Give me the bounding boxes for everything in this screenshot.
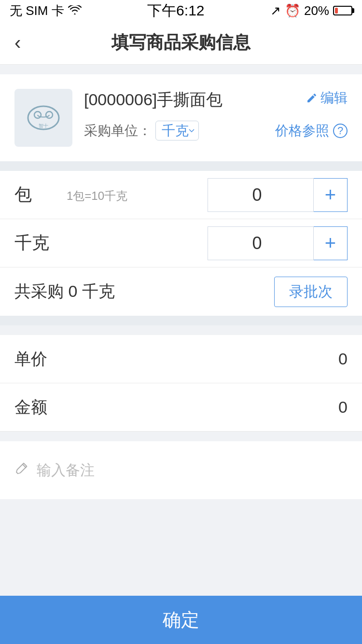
product-card: 智十 [0000006]手撕面包 编辑 采购单位： 千克 包 价格参照 ?	[0, 74, 362, 161]
battery-percent: 20%	[304, 3, 329, 18]
batch-record-button[interactable]: 录批次	[274, 277, 348, 307]
input-section: 包 1包=10千克 + 千克 +	[0, 171, 362, 267]
back-button[interactable]: ‹	[14, 32, 21, 54]
amount-label: 金额	[14, 396, 47, 419]
unit-price-label: 单价	[14, 348, 47, 370]
product-image: 智十	[14, 89, 72, 147]
battery-indicator	[333, 6, 352, 15]
amount-value: 0	[338, 398, 348, 417]
unit-price-row: 单价 0	[0, 335, 362, 383]
product-info: [0000006]手撕面包 编辑 采购单位： 千克 包 价格参照 ?	[84, 89, 348, 140]
remark-section[interactable]: 输入备注	[0, 441, 362, 499]
help-icon[interactable]: ?	[333, 124, 348, 138]
product-unit-row: 采购单位： 千克 包 价格参照 ?	[84, 121, 348, 140]
alarm-icon: ⏰	[285, 3, 300, 18]
divider-2	[0, 316, 362, 325]
kg-input-row: 千克 +	[0, 219, 362, 267]
sim-status: 无 SIM 卡	[10, 2, 64, 19]
summary-text: 共采购 0 千克	[14, 280, 115, 303]
price-ref-button[interactable]: 价格参照 ?	[275, 122, 348, 140]
unit-label: 采购单位：	[84, 122, 152, 140]
summary-unit: 千克	[82, 282, 115, 300]
bag-input-controls: +	[208, 178, 348, 212]
edit-label: 编辑	[320, 89, 348, 107]
kg-quantity-input[interactable]	[208, 226, 314, 260]
unit-price-value: 0	[338, 350, 348, 368]
summary-row: 共采购 0 千克 录批次	[0, 267, 362, 316]
status-bar-left: 无 SIM 卡	[10, 2, 82, 19]
bag-input-row: 包 1包=10千克 +	[0, 171, 362, 219]
nav-bar: ‹ 填写商品采购信息	[0, 21, 362, 65]
edit-icon	[306, 92, 318, 104]
page-title: 填写商品采购信息	[111, 31, 251, 55]
price-ref-label: 价格参照	[275, 122, 329, 140]
price-section: 单价 0 金额 0	[0, 335, 362, 432]
product-name: [0000006]手撕面包	[84, 89, 223, 111]
edit-button[interactable]: 编辑	[306, 89, 348, 107]
confirm-button[interactable]: 确定	[0, 596, 362, 644]
product-header: [0000006]手撕面包 编辑	[84, 89, 348, 111]
divider-1	[0, 161, 362, 171]
remark-placeholder: 输入备注	[37, 461, 95, 480]
bag-quantity-input[interactable]	[208, 178, 314, 212]
summary-quantity: 0	[68, 282, 77, 300]
bag-label: 包	[14, 183, 63, 207]
status-bar-time: 下午6:12	[147, 1, 204, 21]
bag-plus-button[interactable]: +	[314, 178, 348, 212]
status-bar-right: ↗ ⏰ 20%	[270, 3, 352, 18]
location-icon: ↗	[270, 3, 281, 18]
svg-text:智十: 智十	[39, 123, 48, 128]
bag-sublabel: 1包=10千克	[67, 188, 127, 204]
unit-select[interactable]: 千克 包	[155, 121, 199, 140]
kg-label: 千克	[14, 231, 63, 255]
kg-plus-button[interactable]: +	[314, 226, 348, 260]
amount-row: 金额 0	[0, 383, 362, 432]
summary-prefix: 共采购	[14, 282, 64, 300]
wifi-icon	[68, 3, 82, 18]
pencil-icon	[14, 462, 29, 479]
confirm-button-label: 确定	[163, 608, 199, 632]
kg-input-controls: +	[208, 226, 348, 260]
product-logo-svg: 智十	[24, 103, 63, 132]
status-bar: 无 SIM 卡 下午6:12 ↗ ⏰ 20%	[0, 0, 362, 21]
